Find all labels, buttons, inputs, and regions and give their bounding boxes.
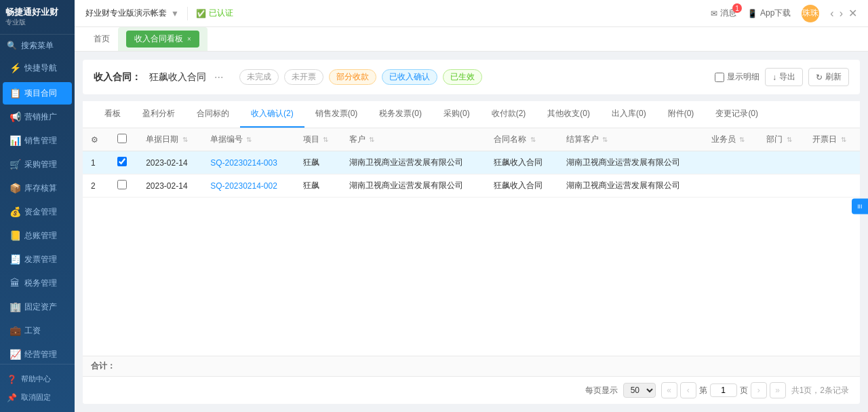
subtab-change-log[interactable]: 变更记录(0) <box>705 101 769 128</box>
th-department[interactable]: 部门 ⇅ <box>758 128 804 151</box>
refresh-button[interactable]: ↻ 刷新 <box>808 68 849 86</box>
user-avatar[interactable]: 珠珠 <box>802 5 819 22</box>
tab-home[interactable]: 首页 <box>85 27 118 51</box>
th-number[interactable]: 单据编号 ⇅ <box>202 128 295 151</box>
show-detail-toggle[interactable]: 显示明细 <box>715 68 760 86</box>
table-row[interactable]: 1 2023-02-14 SQ-20230214-003 狂飙 湖南卫视商业运营… <box>83 151 860 174</box>
search-menu-label: 搜索菜单 <box>21 40 54 52</box>
page-content: 收入合同： 狂飙收入合同 ··· 未完成 未开票 部分收款 已收入确认 已生效 … <box>75 52 868 412</box>
sidebar-item-fund[interactable]: 💰 资金管理 <box>3 201 72 223</box>
cell-department-2 <box>758 174 804 198</box>
per-page-label: 每页显示 <box>585 385 618 396</box>
sidebar-item-marketing[interactable]: 📢 营销推广 <box>3 106 72 128</box>
subtab-tax-invoice[interactable]: 税务发票(0) <box>368 101 433 128</box>
subtab-warehouse[interactable]: 出入库(0) <box>601 101 657 128</box>
subtab-income-confirm[interactable]: 收入确认(2) <box>240 101 304 128</box>
sidebar-item-tax[interactable]: 🏛 税务管理 <box>3 272 72 295</box>
company-dropdown-icon: ▼ <box>171 9 179 18</box>
nav-close-icon[interactable]: ✕ <box>848 7 857 20</box>
sidebar-item-sales[interactable]: 📊 销售管理 <box>3 130 72 152</box>
show-detail-checkbox[interactable] <box>715 73 724 82</box>
sidebar-item-general[interactable]: 📒 总账管理 <box>3 225 72 247</box>
subtab-sales-invoice-label: 销售发票(0) <box>315 109 358 118</box>
nav-prev-icon[interactable]: ‹ <box>830 7 833 20</box>
th-number-label: 单据编号 <box>210 134 243 144</box>
refresh-icon: ↻ <box>816 73 823 82</box>
subtab-other-income[interactable]: 其他收支(0) <box>536 101 601 128</box>
message-button[interactable]: ✉ 1 消息 <box>711 7 736 19</box>
table-scroll[interactable]: ⚙ 单据日期 ⇅ 单据编号 ⇅ <box>83 128 860 356</box>
table-row[interactable]: 2 2023-02-14 SQ-20230214-002 狂飙 湖南卫视商业运营… <box>83 174 860 198</box>
page-prev-button[interactable]: ‹ <box>680 382 696 398</box>
column-settings-icon[interactable]: ⚙ <box>91 135 98 145</box>
cell-customer-1: 湖南卫视商业运营发展有限公司 <box>341 151 486 174</box>
sidebar-item-ops[interactable]: 📈 经营管理 <box>3 343 72 364</box>
th-final-customer[interactable]: 结算客户 ⇅ <box>558 128 703 151</box>
subtab-payment[interactable]: 收付款(2) <box>481 101 537 128</box>
company-selector[interactable]: 好业财专业版演示帐套 ▼ <box>85 7 179 19</box>
search-menu[interactable]: 🔍 搜索菜单 <box>0 35 75 57</box>
th-date[interactable]: 单据日期 ⇅ <box>138 128 202 151</box>
cell-project-2: 狂飙 <box>295 174 341 198</box>
sidebar-item-project[interactable]: 📋 项目合同 <box>3 82 72 105</box>
cell-checkbox-2[interactable] <box>109 174 138 198</box>
contract-more-button[interactable]: ··· <box>214 71 223 83</box>
subtab-dashboard[interactable]: 看板 <box>94 101 132 128</box>
sidebar-bottom: ❓ 帮助中心 📌 取消固定 <box>0 364 75 412</box>
export-button[interactable]: ↓ 导出 <box>765 68 803 86</box>
row-checkbox-1[interactable] <box>117 157 127 166</box>
status-tag-incomplete: 未完成 <box>239 69 279 85</box>
sidebar-item-labor[interactable]: 💼 工资 <box>3 320 72 342</box>
marketing-icon: 📢 <box>9 111 20 122</box>
tab-close-button[interactable]: × <box>187 35 191 43</box>
sort-contract-name-icon: ⇅ <box>530 136 536 143</box>
sidebar-bottom-help[interactable]: ❓ 帮助中心 <box>0 370 75 388</box>
status-tags: 未完成 未开票 部分收款 已收入确认 已生效 <box>239 69 482 85</box>
page-next-button[interactable]: › <box>751 382 767 398</box>
table-header-row: ⚙ 单据日期 ⇅ 单据编号 ⇅ <box>83 128 860 151</box>
sidebar-item-asset[interactable]: 🏢 固定资产 <box>3 296 72 318</box>
sidebar-nav: 📋 项目合同 📢 营销推广 📊 销售管理 🛒 采购管理 📦 库存核算 💰 <box>0 79 75 364</box>
subtabs: 看板 盈利分析 合同标的 收入确认(2) 销售发票(0) 税务发票(0) <box>83 101 860 128</box>
subtab-contract-std-label: 合同标的 <box>197 109 229 118</box>
page-input[interactable] <box>710 383 737 397</box>
page-first-button[interactable]: « <box>661 382 677 398</box>
th-project[interactable]: 项目 ⇅ <box>295 128 341 151</box>
per-page-select[interactable]: 50 <box>623 383 656 398</box>
subtab-purchase[interactable]: 采购(0) <box>433 101 481 128</box>
cell-number-link-2[interactable]: SQ-20230214-002 <box>210 181 277 191</box>
page-last-button[interactable]: » <box>770 382 786 398</box>
th-contract-name[interactable]: 合同名称 ⇅ <box>486 128 558 151</box>
main-content: 好业财专业版演示帐套 ▼ ✅ 已认证 ✉ 1 消息 📱 App下载 珠珠 ‹ › <box>75 0 868 412</box>
tab-income-contract[interactable]: 收入合同看板 × <box>118 27 208 51</box>
cell-project-1: 狂飙 <box>295 151 341 174</box>
sidebar: 畅捷通好业财 专业版 🔍 搜索菜单 ⚡ 快捷导航 📋 项目合同 📢 营销推广 📊… <box>0 0 75 412</box>
select-all-checkbox[interactable] <box>117 134 127 143</box>
row-checkbox-2[interactable] <box>117 180 127 189</box>
sidebar-bottom-pin[interactable]: 📌 取消固定 <box>0 388 75 407</box>
cell-number-1: SQ-20230214-003 <box>202 151 295 174</box>
sort-customer-icon: ⇅ <box>369 136 374 143</box>
sidebar-item-sales-label: 销售管理 <box>24 135 57 147</box>
th-customer[interactable]: 客户 ⇅ <box>341 128 486 151</box>
sidebar-item-invoice[interactable]: 🧾 发票管理 <box>3 248 72 271</box>
th-open-date[interactable]: 开票日 ⇅ <box>804 128 860 151</box>
cell-checkbox-1[interactable] <box>109 151 138 174</box>
labor-icon: 💼 <box>9 325 20 336</box>
logo-main: 畅捷通好业财 <box>5 7 69 18</box>
th-salesperson[interactable]: 业务员 ⇅ <box>703 128 759 151</box>
subtab-profit[interactable]: 盈利分析 <box>132 101 186 128</box>
nav-next-icon[interactable]: › <box>840 7 843 20</box>
subtab-attachment[interactable]: 附件(0) <box>657 101 705 128</box>
th-checkbox <box>109 128 138 151</box>
subtab-contract-std[interactable]: 合同标的 <box>186 101 240 128</box>
topbar-right: ✉ 1 消息 📱 App下载 珠珠 ‹ › ✕ <box>711 5 857 22</box>
subtab-sales-invoice[interactable]: 销售发票(0) <box>304 101 369 128</box>
cell-number-link-1[interactable]: SQ-20230214-003 <box>210 158 277 168</box>
sidebar-item-inventory[interactable]: 📦 库存核算 <box>3 177 72 200</box>
float-action-button[interactable]: ≡ <box>852 198 868 214</box>
sidebar-item-purchase[interactable]: 🛒 采购管理 <box>3 153 72 176</box>
sidebar-item-quick-nav[interactable]: ⚡ 快捷导航 <box>3 57 72 79</box>
app-download-button[interactable]: 📱 App下载 <box>747 7 791 19</box>
page-total: 共1页，2条记录 <box>791 385 849 396</box>
